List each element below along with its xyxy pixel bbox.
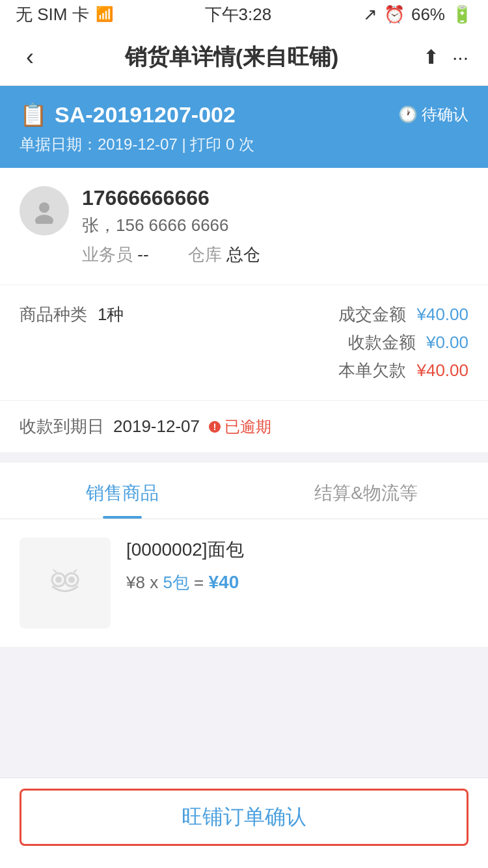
customer-info: 17666666666 张，156 6666 6666 业务员 -- 仓库 总仓 [82,186,468,266]
status-left: 无 SIM 卡 📶 [16,3,113,26]
confirm-order-button[interactable]: 旺铺订单确认 [20,789,468,846]
product-details: [0000002]面包 ¥8 x 5包 = ¥40 [126,537,468,594]
status-right: ↗ ⏰ 66% 🔋 [363,5,472,25]
balance-label: 本单欠款 [338,359,406,382]
order-header-card: 📋 SA-20191207-002 🕐 待确认 单据日期：2019-12-07 … [0,86,488,168]
wifi-icon: 📶 [96,6,113,23]
nav-bar: ‹ 销货单详情(来自旺铺) ⬆ ··· [0,29,488,86]
tab-settlement-logistics[interactable]: 结算&物流等 [244,463,488,519]
battery-text: 66% [411,5,445,25]
svg-point-5 [68,576,75,583]
tabs-bar: 销售商品 结算&物流等 [0,463,488,519]
more-icon[interactable]: ··· [452,46,468,68]
quantity-text: 5包 [163,573,189,592]
customer-section: 17666666666 张，156 6666 6666 业务员 -- 仓库 总仓 [0,168,488,285]
due-date: 2019-12-07 [113,416,200,437]
overdue-dot-icon: ! [209,421,221,433]
confirm-button-label: 旺铺订单确认 [182,803,306,832]
status-badge: 🕐 待确认 [398,104,468,125]
equals-sign: = [194,573,208,592]
receipt-amount-row: 收款金额 ¥0.00 [348,331,468,354]
balance-value: ¥40.00 [416,360,468,381]
svg-point-0 [39,202,49,213]
deal-amount-label: 成交金额 [338,303,406,326]
salesperson-label: 业务员 [82,245,133,264]
customer-fields: 业务员 -- 仓库 总仓 [82,243,468,266]
header-top: 📋 SA-20191207-002 🕐 待确认 [20,102,468,128]
battery-icon: 🔋 [452,5,472,25]
order-icon: 📋 [20,102,47,128]
back-button[interactable]: ‹ [20,37,40,77]
time-display: 下午3:28 [205,3,272,26]
page-title: 销货单详情(来自旺铺) [125,42,339,72]
tabs-section: 销售商品 结算&物流等 [0000002]面包 ¥8 x 5包 [0,463,488,647]
bottom-bar: 旺铺订单确认 [0,778,488,868]
customer-card: 17666666666 张，156 6666 6666 业务员 -- 仓库 总仓… [0,168,488,452]
overdue-text: 已逾期 [224,416,271,437]
order-number-text: SA-20191207-002 [55,102,236,128]
carrier-text: 无 SIM 卡 [16,3,89,26]
salesperson-value: -- [137,245,148,264]
balance-row: 本单欠款 ¥40.00 [338,359,468,382]
order-number: 📋 SA-20191207-002 [20,102,236,128]
location-icon: ↗ [363,5,377,25]
order-meta: 单据日期：2019-12-07 | 打印 0 次 [20,134,468,155]
summary-section: 商品种类 1种 成交金额 ¥40.00 收款金额 ¥0.00 本单欠款 ¥40.… [0,285,488,401]
total-text: ¥40 [209,572,239,592]
tab-sales-products-label: 销售商品 [86,483,159,503]
warehouse-label: 仓库 [188,245,222,264]
summary-right: 成交金额 ¥40.00 收款金额 ¥0.00 本单欠款 ¥40.00 [338,303,468,382]
summary-left: 商品种类 1种 [20,303,338,326]
status-bar: 无 SIM 卡 📶 下午3:28 ↗ ⏰ 66% 🔋 [0,0,488,29]
product-price: ¥8 x 5包 = ¥40 [126,571,468,594]
product-image [20,537,111,629]
warehouse-value: 总仓 [226,245,260,264]
due-section: 收款到期日 2019-12-07 ! 已逾期 [0,401,488,452]
due-label: 收款到期日 [20,415,104,438]
tab-sales-products[interactable]: 销售商品 [0,463,244,519]
status-text: 待确认 [422,104,468,125]
product-name: [0000002]面包 [126,537,468,562]
customer-name: 张，156 6666 6666 [82,214,468,237]
warehouse-field: 仓库 总仓 [188,243,260,266]
overdue-badge: ! 已逾期 [209,416,271,437]
product-item: [0000002]面包 ¥8 x 5包 = ¥40 [0,519,488,647]
product-type-label: 商品种类 [20,303,87,326]
clock-icon: 🕐 [398,105,418,124]
product-type-value: 1种 [98,303,124,326]
customer-phone: 17666666666 [82,186,468,210]
multiply-sign: x [150,573,163,592]
deal-amount-row: 成交金额 ¥40.00 [338,303,468,326]
receipt-amount-value: ¥0.00 [426,332,468,353]
salesperson-field: 业务员 -- [82,243,149,266]
share-icon[interactable]: ⬆ [423,46,439,68]
svg-point-4 [55,576,62,583]
nav-actions: ⬆ ··· [423,46,468,68]
deal-amount-value: ¥40.00 [416,305,468,325]
tab-settlement-logistics-label: 结算&物流等 [314,483,418,503]
price-text: ¥8 [126,573,145,592]
receipt-amount-label: 收款金额 [348,331,416,354]
avatar [20,186,69,236]
alarm-icon: ⏰ [384,5,405,25]
svg-point-1 [35,215,53,224]
